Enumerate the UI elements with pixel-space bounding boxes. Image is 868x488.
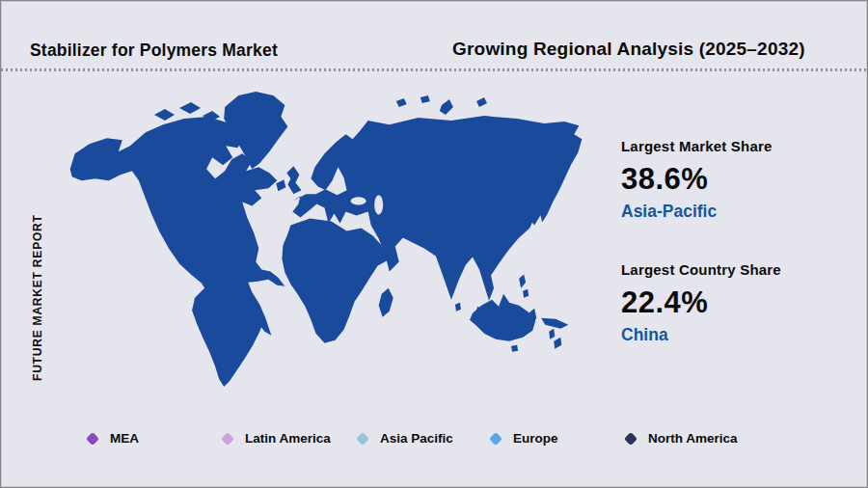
arctic-island [420,95,430,103]
arctic-island [476,97,487,107]
stat-country-share: Largest Country Share 22.4% China [621,261,857,345]
stat-region: Asia-Pacific [621,202,857,222]
island-sri-lanka [455,303,461,312]
island-philippines [519,275,526,288]
legend-item-north-america: North America [626,431,738,446]
island-tasmania [511,345,518,352]
stat-label: Largest Market Share [621,138,857,154]
arctic-island [154,109,175,121]
legend-swatch [221,431,234,445]
legend-swatch [86,431,99,445]
arctic-island [179,102,201,114]
legend-item-asia-pacific: Asia Pacific [358,431,453,446]
continent-australia [470,294,535,341]
sea-caspian [374,195,383,214]
legend-label: Latin America [245,431,331,446]
island-madagascar [379,288,393,317]
sea-black-sea [351,197,366,204]
legend-label: Europe [513,431,558,446]
stats-panel: Largest Market Share 38.6% Asia-Pacific … [621,138,857,345]
arctic-island [440,99,453,115]
arctic-island [396,98,407,107]
legend-label: Asia Pacific [380,431,453,446]
legend-item-latin-america: Latin America [223,431,331,446]
legend-swatch [489,431,502,445]
island-britain [286,166,301,194]
stat-value: 22.4% [621,285,857,320]
stat-market-share: Largest Market Share 38.6% Asia-Pacific [621,138,857,222]
island-philippines [523,289,529,298]
legend-swatch [624,431,637,445]
island-new-guinea [541,318,568,329]
world-map-landmass [70,92,583,387]
continent-africa [282,218,388,342]
world-map [62,86,590,391]
island-ireland [276,179,285,191]
legend-item-mea: MEA [88,431,139,446]
legend-swatch [356,431,369,445]
stat-region: China [621,325,857,345]
legend-label: MEA [110,431,139,446]
legend-item-europe: Europe [491,431,558,446]
infographic-root: Stabilizer for Polymers Market Growing R… [0,0,868,488]
island-new-zealand [554,338,561,349]
dotted-divider [1,68,867,71]
page-subtitle: Growing Regional Analysis (2025–2032) [452,39,805,60]
stat-label: Largest Country Share [621,261,857,278]
page-title: Stabilizer for Polymers Market [30,41,278,61]
stat-value: 38.6% [621,162,857,197]
brand-vertical-label: FUTURE MARKET REPORT [31,225,44,381]
island-new-zealand [549,329,555,339]
legend-label: North America [648,431,738,446]
